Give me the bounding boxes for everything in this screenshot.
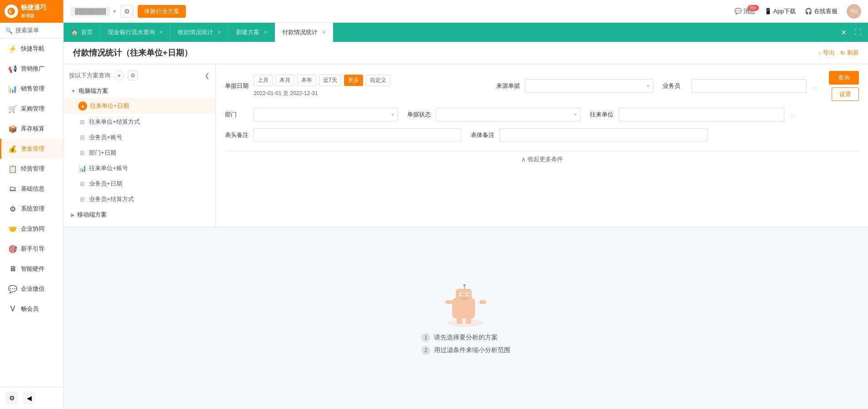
note-header-input[interactable] (254, 128, 462, 142)
sidebar-item-quick-nav[interactable]: ⚡ 快捷导航 (0, 39, 63, 59)
scheme-gear-btn[interactable]: ⚙ (128, 71, 138, 81)
tip-num-2: 2 (421, 346, 430, 355)
last-7-btn[interactable]: 近7天 (319, 75, 341, 86)
topbar-right: 💬 消息 99+ 📱 App下载 🎧 在线客服 Rit (734, 4, 861, 19)
tabs-bar: 🏠 首页 现金银行流水查询 × 收款情况统计 × 新建方案 × 付款情况统计 ×… (64, 23, 868, 42)
filter-salesperson-field: 业务员 ... (663, 79, 820, 93)
sidebar-item-label: 企业微信 (21, 285, 45, 293)
note-body-label: 表体备注 (471, 131, 496, 139)
topbar-dropdown-btn[interactable]: ▾ (113, 8, 116, 15)
scheme-grid-icon: ⊞ (78, 195, 86, 203)
filter-row-2: 部门 ▾ 单据状态 ▾ 往来单位 ... (225, 108, 859, 121)
sidebar-item-member[interactable]: V 畅会员 (0, 299, 63, 319)
tab-home[interactable]: 🏠 首页 (64, 23, 100, 42)
more-btn[interactable]: 更多 (344, 75, 363, 86)
scheme-item-unit-settle[interactable]: ⊞ 往来单位+结算方式 (64, 114, 215, 130)
sidebar-item-basic[interactable]: 🗂 基础信息 (0, 179, 63, 199)
mobile-section-title[interactable]: ▶ 移动端方案 (64, 207, 215, 222)
avatar-text: Rit (851, 8, 858, 15)
topbar-service-btn[interactable]: 🎧 在线客服 (805, 7, 838, 15)
desktop-section-title[interactable]: ▼ 电脑端方案 (64, 84, 215, 98)
app-icon: 📱 (764, 8, 772, 15)
topbar-gear-btn[interactable]: ⚙ (120, 5, 133, 18)
tab-payment-stats[interactable]: 付款情况统计 × (275, 23, 333, 42)
scheme-item-dept-date[interactable]: ⊞ 部门+日期 (64, 145, 215, 161)
svg-rect-9 (445, 300, 452, 304)
scheme-item-staff-account[interactable]: ⊞ 业务员+账号 (64, 130, 215, 145)
collapse-more-btn[interactable]: ∧ 收起更多条件 (225, 151, 859, 167)
sidebar-item-finance[interactable]: 💰 资金管理 (0, 139, 63, 159)
sidebar-item-operation[interactable]: 📋 经营管理 (0, 159, 63, 179)
settings-btn[interactable]: 设置 (832, 87, 859, 101)
company-name-label[interactable]: ████████ (70, 7, 110, 16)
sidebar-item-label: 基础信息 (21, 185, 45, 193)
empty-illustration (439, 282, 493, 328)
sidebar-search[interactable]: 🔍 搜索菜单 (0, 23, 63, 39)
unit-select[interactable] (619, 108, 784, 121)
sidebar-item-sales[interactable]: 📊 销售管理 (0, 79, 63, 99)
empty-tips: 1 请先选择要分析的方案 2 用过滤条件来缩小分析范围 (421, 333, 510, 355)
sidebar-item-label: 畅会员 (21, 305, 39, 313)
tip-num-1: 1 (421, 333, 430, 342)
source-doc-select[interactable]: ▾ (525, 79, 653, 93)
this-year-btn[interactable]: 本年 (297, 75, 316, 86)
scheme-item-unit-date[interactable]: ● 往来单位+日期 (64, 98, 215, 114)
sidebar-item-purchase[interactable]: 🛒 采购管理 (0, 99, 63, 119)
avatar[interactable]: Rit (847, 4, 861, 19)
scheme-item-unit-account[interactable]: 📊 往来单位+账号 (64, 161, 215, 176)
tab-payment-stats-label: 付款情况统计 (282, 28, 318, 36)
sidebar-item-collab[interactable]: 🤝 企业协同 (0, 219, 63, 239)
scheme-item-staff-date[interactable]: ⊞ 业务员+日期 (64, 176, 215, 192)
scheme-item-label: 往来单位+日期 (90, 102, 129, 110)
salesperson-dots[interactable]: ... (810, 82, 820, 90)
sidebar-item-hardware[interactable]: 🖥 智能硬件 (0, 259, 63, 279)
salesperson-select[interactable] (691, 79, 807, 93)
scheme-add-btn[interactable]: + (114, 71, 124, 81)
query-btn[interactable]: 查询 (829, 71, 859, 85)
tab-receivable[interactable]: 收款情况统计 × (170, 23, 229, 42)
tab-receivable-close[interactable]: × (218, 29, 221, 35)
refresh-btn[interactable]: ↻ 刷新 (840, 49, 859, 57)
custom-btn[interactable]: 自定义 (366, 75, 390, 86)
note-header-label: 表头备注 (225, 131, 250, 139)
sidebar-collapse-icon[interactable]: ◀ (23, 392, 35, 404)
svg-rect-4 (456, 289, 472, 303)
sidebar-item-marketing[interactable]: 📢 营销推广 (0, 59, 63, 79)
sidebar-item-wechat[interactable]: 💬 企业微信 (0, 279, 63, 299)
dept-select[interactable]: ▾ (254, 108, 398, 121)
unit-label: 往来单位 (590, 111, 615, 119)
sidebar-item-guide[interactable]: 🎯 新手引导 (0, 239, 63, 259)
sidebar-item-inventory[interactable]: 📦 库存核算 (0, 119, 63, 139)
tabs-expand-btn[interactable]: ⛶ (853, 27, 863, 38)
scheme-collapse-btn[interactable]: ❮ (205, 72, 210, 79)
tab-new-plan-close[interactable]: × (264, 29, 267, 35)
filter-row-3: 表头备注 表体备注 (225, 128, 859, 142)
last-month-btn[interactable]: 上月 (254, 75, 273, 86)
sidebar: 6 畅捷通巧 标准版 🔍 搜索菜单 ⚡ 快捷导航 📢 营销推广 📊 销售管理 🛒… (0, 0, 64, 409)
experience-btn[interactable]: 体验行业方案 (138, 5, 186, 18)
topbar-app-btn[interactable]: 📱 App下载 (764, 7, 796, 15)
export-btn[interactable]: ↑ 导出 (818, 49, 835, 57)
empty-tip-1: 1 请先选择要分析的方案 (421, 333, 510, 342)
tab-bank-flow-label: 现金银行流水查询 (108, 28, 155, 36)
sidebar-item-system[interactable]: ⚙ 系统管理 (0, 199, 63, 219)
sidebar-settings-icon[interactable]: ⚙ (5, 392, 18, 404)
doc-status-select[interactable]: ▾ (436, 108, 580, 121)
sidebar-logo: 6 畅捷通巧 标准版 (0, 0, 63, 23)
topbar-msg-btn[interactable]: 💬 消息 99+ (734, 7, 755, 15)
tip-text-2: 用过滤条件来缩小分析范围 (434, 346, 510, 354)
unit-dots[interactable]: ... (788, 111, 798, 119)
basic-icon: 🗂 (8, 184, 17, 193)
note-body-input[interactable] (499, 128, 708, 142)
tab-bank-flow[interactable]: 现金银行流水查询 × (100, 23, 170, 42)
scheme-panel: 按以下方案查询 + ⚙ ❮ ▼ 电脑端方案 ● 往来单位+日期 ⊞ 往来单位+结… (64, 64, 216, 227)
tab-new-plan[interactable]: 新建方案 × (229, 23, 275, 42)
select-arrow-icon: ▾ (647, 83, 649, 89)
tab-bank-flow-close[interactable]: × (160, 29, 163, 35)
tab-payment-stats-close[interactable]: × (322, 29, 325, 35)
doc-status-label: 单据状态 (407, 111, 432, 119)
scheme-item-label: 业务员+账号 (89, 133, 122, 141)
this-month-btn[interactable]: 本月 (275, 75, 294, 86)
tabs-close-all-btn[interactable]: ✕ (838, 27, 849, 38)
scheme-item-staff-settle[interactable]: ⊞ 业务员+结算方式 (64, 192, 215, 207)
